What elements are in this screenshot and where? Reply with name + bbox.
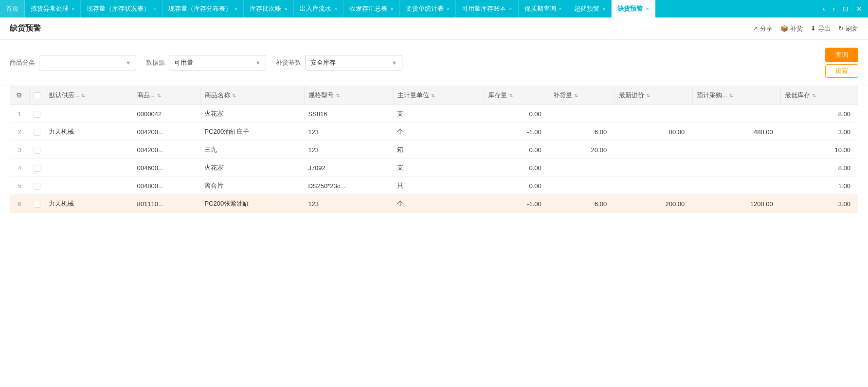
tab-expiry-query[interactable]: 保质期查询 × bbox=[519, 0, 568, 18]
page-header: 缺货预警 ↗ 分享 📦 补货 ⬇ 导出 ↻ 刷新 bbox=[0, 18, 868, 40]
row-name: 三九 bbox=[200, 141, 304, 159]
query-button[interactable]: 查询 bbox=[825, 48, 858, 62]
th-name: 商品名称 ⇅ bbox=[200, 86, 304, 105]
datasource-select[interactable]: 可用量 ▼ bbox=[169, 55, 266, 70]
replenish-base-label: 补货基数 bbox=[276, 58, 301, 67]
row-latest-price bbox=[615, 105, 692, 123]
row-checkbox[interactable] bbox=[34, 201, 40, 208]
nav-prev-btn[interactable]: ‹ bbox=[819, 0, 829, 18]
row-checkbox[interactable] bbox=[34, 129, 40, 136]
row-spec: J7092 bbox=[304, 159, 393, 177]
close-tab-inout-flow[interactable]: × bbox=[334, 6, 337, 12]
shortage-table: ⚙ 默认供应... ⇅ 商品... ⇅ bbox=[10, 86, 858, 213]
th-gear[interactable]: ⚙ bbox=[10, 86, 29, 105]
share-button[interactable]: ↗ 分享 bbox=[753, 24, 773, 33]
th-check[interactable] bbox=[29, 86, 45, 105]
datasource-chevron-down-icon: ▼ bbox=[255, 60, 261, 66]
close-tab-receive-summary[interactable]: × bbox=[390, 6, 393, 12]
row-spec: 123 bbox=[304, 123, 393, 141]
tab-shortage[interactable]: 缺货预警 × bbox=[612, 0, 655, 18]
sort-icon-min-stock[interactable]: ⇅ bbox=[812, 93, 816, 98]
nav-close-btn[interactable]: ✕ bbox=[852, 0, 866, 18]
tab-inout-flow[interactable]: 出入库流水 × bbox=[294, 0, 344, 18]
close-tab-demand-stats[interactable]: × bbox=[447, 6, 450, 12]
close-tab-available-ledger[interactable]: × bbox=[509, 6, 512, 12]
row-supplier bbox=[45, 159, 133, 177]
row-replenish bbox=[549, 105, 615, 123]
row-index: 2 bbox=[10, 123, 29, 141]
tab-abnormal[interactable]: 拣货异常处理 × bbox=[25, 0, 81, 18]
tab-inventory-status[interactable]: 现存量（库存状况表） × bbox=[81, 0, 162, 18]
tab-receive-summary[interactable]: 收发存汇总表 × bbox=[344, 0, 399, 18]
row-checkbox[interactable] bbox=[34, 165, 40, 172]
row-min-stock: 3.00 bbox=[781, 123, 858, 141]
datasource-label: 数据源 bbox=[146, 58, 165, 67]
close-tab-inventory-status[interactable]: × bbox=[153, 6, 156, 12]
sort-icon-latest-price[interactable]: ⇅ bbox=[646, 93, 650, 98]
replenish-button[interactable]: 📦 补货 bbox=[780, 24, 803, 33]
nav-restore-btn[interactable]: ⊡ bbox=[839, 0, 852, 18]
sort-icon-est-purchase[interactable]: ⇅ bbox=[729, 93, 733, 98]
settings-button[interactable]: 设置 bbox=[825, 64, 858, 78]
row-est-purchase bbox=[692, 105, 781, 123]
row-latest-price bbox=[615, 159, 692, 177]
close-tab-inventory-dist[interactable]: × bbox=[235, 6, 237, 12]
row-replenish bbox=[549, 159, 615, 177]
select-all-checkbox[interactable] bbox=[34, 92, 40, 99]
tab-home[interactable]: 首页 bbox=[0, 0, 25, 18]
tab-demand-stats[interactable]: 要货单统计表 × bbox=[400, 0, 456, 18]
close-tab-shortage[interactable]: × bbox=[646, 6, 649, 12]
row-latest-price: 200.00 bbox=[615, 195, 692, 213]
sort-icon-stock[interactable]: ⇅ bbox=[509, 93, 513, 98]
export-button[interactable]: ⬇ 导出 bbox=[811, 24, 831, 33]
nav-controls: ‹ › ⊡ ✕ bbox=[819, 0, 868, 18]
tab-overstock[interactable]: 超储预警 × bbox=[568, 0, 612, 18]
refresh-button[interactable]: ↻ 刷新 bbox=[838, 24, 858, 33]
tab-inventory-dist[interactable]: 现存量（库存分布表） × bbox=[163, 0, 244, 18]
row-min-stock: 8.00 bbox=[781, 105, 858, 123]
datasource-filter-group: 数据源 可用量 ▼ bbox=[146, 55, 266, 70]
table-container: ⚙ 默认供应... ⇅ 商品... ⇅ bbox=[0, 86, 868, 213]
th-spec: 规格型号 ⇅ bbox=[304, 86, 393, 105]
row-supplier bbox=[45, 105, 133, 123]
row-unit: 个 bbox=[393, 195, 484, 213]
row-est-purchase bbox=[692, 141, 781, 159]
table-header-row: ⚙ 默认供应... ⇅ 商品... ⇅ bbox=[10, 86, 858, 105]
page-content: 缺货预警 ↗ 分享 📦 补货 ⬇ 导出 ↻ 刷新 商品分类 bbox=[0, 18, 868, 387]
row-checkbox[interactable] bbox=[34, 111, 40, 118]
th-min-stock: 最低库存 ⇅ bbox=[781, 86, 858, 105]
sort-icon-spec[interactable]: ⇅ bbox=[336, 93, 340, 98]
th-code: 商品... ⇅ bbox=[133, 86, 201, 105]
sort-icon-unit[interactable]: ⇅ bbox=[431, 93, 435, 98]
close-tab-batch[interactable]: × bbox=[284, 6, 287, 12]
row-code: 801110... bbox=[133, 195, 201, 213]
tab-batch[interactable]: 库存批次账 × bbox=[244, 0, 293, 18]
row-name: 火花塞 bbox=[200, 159, 304, 177]
category-select[interactable]: ▼ bbox=[39, 55, 136, 70]
close-tab-overstock[interactable]: × bbox=[602, 6, 605, 12]
close-tab-expiry-query[interactable]: × bbox=[559, 6, 562, 12]
tab-available-ledger[interactable]: 可用量库存账本 × bbox=[456, 0, 518, 18]
gear-icon[interactable]: ⚙ bbox=[14, 91, 25, 99]
row-stock: 0.00 bbox=[484, 177, 549, 195]
row-min-stock: 8.00 bbox=[781, 159, 858, 177]
sort-icon-code[interactable]: ⇅ bbox=[157, 93, 161, 98]
row-checkbox-cell bbox=[29, 123, 45, 141]
row-index: 4 bbox=[10, 159, 29, 177]
replenish-select[interactable]: 安全库存 ▼ bbox=[305, 55, 402, 70]
close-tab-abnormal[interactable]: × bbox=[72, 6, 74, 12]
sort-icon-supplier[interactable]: ⇅ bbox=[81, 93, 85, 98]
row-checkbox[interactable] bbox=[34, 147, 40, 154]
row-spec: DS250*23c... bbox=[304, 177, 393, 195]
row-est-purchase bbox=[692, 177, 781, 195]
filter-actions: 查询 设置 bbox=[825, 48, 858, 78]
row-checkbox[interactable] bbox=[34, 183, 40, 190]
nav-next-btn[interactable]: › bbox=[829, 0, 839, 18]
sort-icon-replenish[interactable]: ⇅ bbox=[574, 93, 578, 98]
datasource-select-value: 可用量 bbox=[174, 58, 252, 67]
replenish-icon: 📦 bbox=[780, 25, 788, 32]
row-replenish: 6.00 bbox=[549, 123, 615, 141]
row-name: PC200油缸庄子 bbox=[200, 123, 304, 141]
sort-icon-name[interactable]: ⇅ bbox=[232, 93, 236, 98]
row-latest-price: 80.00 bbox=[615, 123, 692, 141]
